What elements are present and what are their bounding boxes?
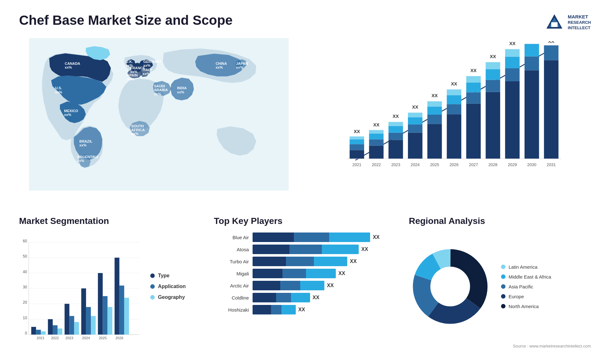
- argentina-label: ARGENTINA: [77, 155, 98, 159]
- us-value: xx%: [55, 90, 62, 94]
- japan-value: xx%: [236, 65, 243, 69]
- svg-rect-26: [408, 117, 423, 125]
- world-map-container: CANADA xx% U.S. xx% MEXICO xx% BRAZIL xx…: [19, 38, 299, 191]
- donut-hole: [431, 267, 469, 306]
- seg-bar-chart: 0 10 20 30 40 50 60: [19, 233, 141, 340]
- svg-rect-13: [369, 139, 384, 146]
- seg-chart-container: 0 10 20 30 40 50 60: [19, 233, 201, 340]
- svg-text:10: 10: [23, 316, 27, 320]
- key-players-section: Top Key Players Blue Air XX: [214, 216, 396, 349]
- donut-legend: Latin America Middle East & Africa Asia …: [501, 264, 551, 309]
- player-name-coldline: Coldline: [214, 295, 249, 300]
- player-row-arctic-air: Arctic Air XX: [214, 281, 396, 290]
- player-bar-arctic-air: [253, 281, 324, 290]
- legend-application: Application: [150, 284, 201, 289]
- player-bar-container-turbo-air: XX: [253, 257, 396, 266]
- svg-rect-65: [544, 60, 559, 158]
- legend-geography: Geography: [150, 294, 201, 300]
- page-title: Chef Base Market Size and Scope: [19, 13, 233, 28]
- svg-text:2023: 2023: [65, 336, 73, 340]
- player-row-atosa: Atosa XX: [214, 245, 396, 254]
- svg-rect-107: [119, 286, 124, 334]
- player-row-coldline: Coldline XX: [214, 293, 396, 302]
- player-bar-container-coldline: XX: [253, 293, 396, 302]
- svg-rect-66: [544, 45, 559, 60]
- germany-label: GERMANY: [143, 60, 162, 64]
- dot-latin-america: [501, 265, 505, 269]
- svg-rect-45: [466, 76, 481, 83]
- svg-rect-54: [505, 81, 520, 159]
- logo-container: MARKET RESEARCH INTELLECT: [545, 13, 591, 32]
- svg-rect-27: [408, 113, 423, 118]
- svg-text:XX: XX: [373, 122, 380, 127]
- svg-text:50: 50: [23, 254, 27, 259]
- segmentation-section: Market Segmentation 0 10 20 30 40 50 60: [19, 216, 201, 349]
- svg-rect-86: [31, 327, 36, 334]
- player-bar-container-arctic-air: XX: [253, 281, 396, 290]
- saudi-label: SAUDI: [154, 84, 165, 88]
- svg-rect-57: [505, 49, 520, 57]
- logo-text: MARKET RESEARCH INTELLECT: [568, 14, 591, 30]
- svg-rect-37: [447, 104, 461, 114]
- donut-chart: [409, 245, 491, 328]
- player-row-turbo-air: Turbo Air XX: [214, 257, 396, 266]
- argentina-value: xx%: [77, 159, 84, 163]
- svg-rect-43: [466, 92, 481, 104]
- legend-latin-america: Latin America: [501, 264, 551, 270]
- svg-text:2031: 2031: [547, 162, 556, 167]
- svg-rect-61: [525, 56, 539, 70]
- player-name-arctic-air: Arctic Air: [214, 283, 249, 288]
- key-players-title: Top Key Players: [214, 216, 396, 226]
- bar-2021: XX 2021: [349, 129, 364, 167]
- bar-2031: XX 2031: [544, 41, 559, 167]
- page-container: Chef Base Market Size and Scope MARKET R…: [0, 0, 610, 364]
- bar-2022: XX 2022: [369, 122, 384, 167]
- south-africa-value: xx%: [131, 132, 138, 136]
- svg-rect-99: [86, 307, 91, 335]
- bar-2028: XX 2028: [486, 54, 500, 167]
- svg-rect-60: [525, 70, 539, 158]
- svg-rect-108: [124, 298, 129, 334]
- top-section: CANADA xx% U.S. xx% MEXICO xx% BRAZIL xx…: [19, 38, 591, 203]
- dot-europe: [501, 294, 505, 299]
- legend-europe: Europe: [501, 294, 551, 299]
- svg-rect-15: [369, 130, 384, 133]
- player-bar-coldline: [253, 293, 310, 302]
- players-list: Blue Air XX Atosa: [214, 233, 396, 314]
- canada-value: xx%: [65, 65, 72, 69]
- player-row-hoshizaki: Hoshizaki XX: [214, 305, 396, 314]
- svg-text:2026: 2026: [115, 336, 123, 340]
- svg-text:2029: 2029: [508, 162, 517, 167]
- mexico-value: xx%: [64, 113, 71, 117]
- svg-rect-95: [69, 316, 74, 335]
- svg-text:XX: XX: [529, 41, 535, 42]
- svg-rect-21: [389, 122, 403, 126]
- svg-rect-8: [349, 139, 364, 145]
- svg-rect-96: [74, 322, 79, 334]
- svg-rect-104: [107, 307, 112, 335]
- svg-rect-87: [36, 330, 41, 334]
- svg-rect-20: [389, 126, 403, 133]
- svg-text:2024: 2024: [82, 336, 90, 340]
- growth-chart-svg: XX 2021 XX 2022: [311, 41, 591, 175]
- svg-rect-36: [447, 114, 461, 159]
- svg-text:2022: 2022: [372, 162, 381, 167]
- svg-text:0: 0: [25, 331, 27, 335]
- svg-rect-48: [486, 92, 500, 159]
- player-row-migali: Migali XX: [214, 269, 396, 278]
- svg-text:XX: XX: [431, 93, 438, 98]
- south-africa-label2: AFRICA: [131, 128, 145, 132]
- player-name-turbo-air: Turbo Air: [214, 259, 249, 264]
- saudi-label2: ARABIA: [154, 88, 168, 92]
- player-row-blue-air: Blue Air XX: [214, 233, 396, 242]
- legend-asia-pacific: Asia Pacific: [501, 284, 551, 289]
- svg-text:2023: 2023: [391, 162, 400, 167]
- svg-text:2021: 2021: [352, 162, 361, 167]
- player-bar-container-blue-air: XX: [253, 233, 396, 242]
- bar-2027: XX 2027: [466, 68, 481, 167]
- svg-text:XX: XX: [471, 68, 477, 73]
- japan-label: JAPAN: [236, 62, 248, 65]
- map-section: CANADA xx% U.S. xx% MEXICO xx% BRAZIL xx…: [19, 38, 299, 203]
- svg-rect-14: [369, 133, 384, 139]
- donut-svg: [409, 245, 491, 328]
